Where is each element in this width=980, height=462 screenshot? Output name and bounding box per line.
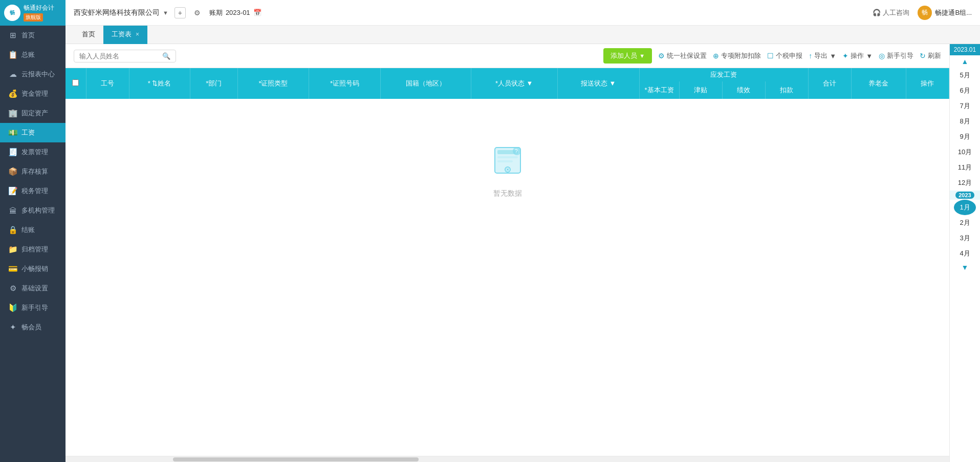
sidebar-item-member[interactable]: ✦畅会员 bbox=[0, 318, 66, 337]
sidebar-label-home: 首页 bbox=[21, 31, 35, 40]
sidebar-nav: ⊞首页📋总账☁云报表中心💰资金管理🏢固定资产💵工资🧾发票管理📦库存核算📝税务管理… bbox=[0, 26, 66, 462]
th-name: * ⇅姓名 bbox=[129, 68, 190, 99]
sidebar-label-fund: 资金管理 bbox=[21, 89, 48, 98]
period-value: 2023-01 bbox=[226, 9, 250, 16]
calendar-icon[interactable]: 📅 bbox=[253, 9, 262, 16]
toolbar-right: 添加人员 ▼ ⚙ 统一社保设置 ⊕ 专项附加扣除 ☐ 个税申报 bbox=[603, 48, 941, 64]
date-month-3月[interactable]: 3月 bbox=[950, 230, 980, 246]
th-basic-salary: *基本工资 bbox=[639, 81, 679, 99]
special-deduct-button[interactable]: ⊕ 专项附加扣除 bbox=[713, 51, 761, 60]
user-profile[interactable]: 畅 畅捷通B组... bbox=[918, 6, 972, 20]
guide-label: 新手引导 bbox=[887, 51, 913, 60]
date-month-7月[interactable]: 7月 bbox=[950, 98, 980, 114]
social-security-button[interactable]: ⚙ 统一社保设置 bbox=[658, 51, 707, 60]
search-wrap: 🔍 bbox=[74, 50, 176, 62]
th-total: 合计 bbox=[808, 68, 851, 99]
date-panel-year-month: 2023.01 bbox=[954, 46, 976, 53]
app-version: 旗舰版 bbox=[24, 13, 43, 22]
select-all-checkbox[interactable] bbox=[72, 79, 79, 86]
th-dept: *部门 bbox=[190, 68, 237, 99]
operations-button[interactable]: ✦ 操作 ▼ bbox=[842, 51, 873, 60]
settings-icon[interactable]: ⚙ bbox=[192, 7, 203, 18]
th-subsidy: 津贴 bbox=[679, 81, 722, 99]
gear-icon: ⚙ bbox=[658, 52, 665, 60]
date-month-1月[interactable]: 1月 bbox=[954, 200, 976, 215]
sidebar-item-settings[interactable]: ⚙基础设置 bbox=[0, 279, 66, 298]
sidebar: 畅 畅通好会计 旗舰版 ⊞首页📋总账☁云报表中心💰资金管理🏢固定资产💵工资🧾发票… bbox=[0, 0, 66, 462]
filter-status-icon[interactable]: ▼ bbox=[527, 79, 533, 87]
tab-home[interactable]: 首页 bbox=[74, 26, 103, 44]
service-button[interactable]: 🎧 人工咨询 bbox=[873, 8, 909, 17]
operations-icon: ✦ bbox=[842, 52, 848, 60]
salary-table: 工号 * ⇅姓名 *部门 *证照类型 *证照号码 国籍（地区） *人员状态 ▼ … bbox=[66, 68, 949, 99]
refresh-button[interactable]: ↻ 刷新 bbox=[920, 51, 941, 60]
sidebar-item-multi-org[interactable]: 🏛多机构管理 bbox=[0, 201, 66, 220]
date-panel-down[interactable]: ▼ bbox=[950, 261, 980, 274]
tab-salary[interactable]: 工资表 × bbox=[103, 26, 147, 44]
inventory-icon: 📦 bbox=[8, 167, 17, 176]
sidebar-label-guide: 新手引导 bbox=[21, 303, 48, 312]
sidebar-item-cloud-report[interactable]: ☁云报表中心 bbox=[0, 65, 66, 84]
table-container: 工号 * ⇅姓名 *部门 *证照类型 *证照号码 国籍（地区） *人员状态 ▼ … bbox=[66, 68, 949, 456]
date-month-5月[interactable]: 5月 bbox=[950, 68, 980, 83]
th-performance: 绩效 bbox=[722, 81, 765, 99]
date-month-12月[interactable]: 12月 bbox=[950, 175, 980, 191]
sidebar-label-invoice: 发票管理 bbox=[21, 148, 48, 157]
sidebar-item-expense[interactable]: 💳小畅报销 bbox=[0, 259, 66, 279]
sidebar-item-salary[interactable]: 💵工资 bbox=[0, 123, 66, 142]
date-month-2月[interactable]: 2月 bbox=[950, 215, 980, 230]
date-month-8月[interactable]: 8月 bbox=[950, 114, 980, 129]
table-scrollbar[interactable] bbox=[66, 456, 949, 462]
add-company-button[interactable]: + bbox=[175, 7, 186, 18]
sort-name-icon: ⇅ bbox=[152, 79, 158, 87]
social-security-label: 统一社保设置 bbox=[667, 51, 707, 60]
special-deduct-label: 专项附加扣除 bbox=[721, 51, 761, 60]
company-name: 西安虾米网络科技有限公司 bbox=[74, 8, 160, 17]
sidebar-item-home[interactable]: ⊞首页 bbox=[0, 26, 66, 45]
toolbar: 🔍 添加人员 ▼ ⚙ 统一社保设置 ⊕ 专项附加扣除 bbox=[66, 44, 949, 68]
add-person-label: 添加人员 bbox=[611, 51, 637, 60]
year-badge-text: 2023 bbox=[955, 192, 974, 199]
company-selector[interactable]: 西安虾米网络科技有限公司 ▼ bbox=[74, 8, 168, 17]
add-person-button[interactable]: 添加人员 ▼ bbox=[603, 48, 652, 64]
svg-text:?: ? bbox=[515, 149, 518, 154]
personal-tax-label: 个税申报 bbox=[776, 51, 802, 60]
sidebar-item-fund[interactable]: 💰资金管理 bbox=[0, 84, 66, 103]
date-month-10月[interactable]: 10月 bbox=[950, 144, 980, 160]
date-panel-up[interactable]: ▲ bbox=[950, 55, 980, 68]
export-button[interactable]: ↑ 导出 ▼ bbox=[809, 51, 836, 60]
svg-rect-3 bbox=[497, 160, 513, 162]
sidebar-item-closing[interactable]: 🔒结账 bbox=[0, 220, 66, 240]
sidebar-item-archive[interactable]: 📁归档管理 bbox=[0, 240, 66, 259]
filter-submit-icon[interactable]: ▼ bbox=[609, 79, 616, 87]
refresh-icon: ↻ bbox=[920, 52, 926, 60]
sidebar-item-tax[interactable]: 📝税务管理 bbox=[0, 181, 66, 201]
period-label: 账期 bbox=[209, 8, 223, 17]
th-person-status: *人员状态 ▼ bbox=[471, 68, 557, 99]
svg-rect-2 bbox=[497, 156, 518, 158]
date-month-9月[interactable]: 9月 bbox=[950, 129, 980, 144]
date-month-11月[interactable]: 11月 bbox=[950, 160, 980, 175]
th-submit-status: 报送状态 ▼ bbox=[557, 68, 639, 99]
sidebar-item-invoice[interactable]: 🧾发票管理 bbox=[0, 142, 66, 162]
sidebar-label-expense: 小畅报销 bbox=[21, 264, 48, 274]
content-area: 🔍 添加人员 ▼ ⚙ 统一社保设置 ⊕ 专项附加扣除 bbox=[66, 44, 980, 462]
tab-close-icon[interactable]: × bbox=[136, 31, 139, 38]
header-right: 🎧 人工咨询 畅 畅捷通B组... bbox=[873, 6, 972, 20]
sidebar-item-inventory[interactable]: 📦库存核算 bbox=[0, 162, 66, 181]
date-month-4月[interactable]: 4月 bbox=[950, 246, 980, 261]
chevron-down-icon: ▼ bbox=[163, 10, 168, 16]
sidebar-label-closing: 结账 bbox=[21, 225, 35, 235]
search-input[interactable] bbox=[79, 52, 159, 60]
guide-button[interactable]: ◎ 新手引导 bbox=[879, 51, 913, 60]
archive-icon: 📁 bbox=[8, 245, 17, 254]
empty-illustration: ? bbox=[487, 140, 528, 181]
sidebar-item-guide[interactable]: 🔰新手引导 bbox=[0, 298, 66, 318]
home-icon: ⊞ bbox=[8, 31, 17, 40]
header: 西安虾米网络科技有限公司 ▼ + ⚙ 账期 2023-01 📅 🎧 人工咨询 畅… bbox=[66, 0, 980, 26]
date-month-6月[interactable]: 6月 bbox=[950, 83, 980, 98]
sidebar-item-ledger[interactable]: 📋总账 bbox=[0, 45, 66, 65]
sidebar-item-fixed-assets[interactable]: 🏢固定资产 bbox=[0, 103, 66, 123]
personal-tax-button[interactable]: ☐ 个税申报 bbox=[767, 51, 802, 60]
date-panel-header: 2023.01 bbox=[950, 44, 980, 55]
